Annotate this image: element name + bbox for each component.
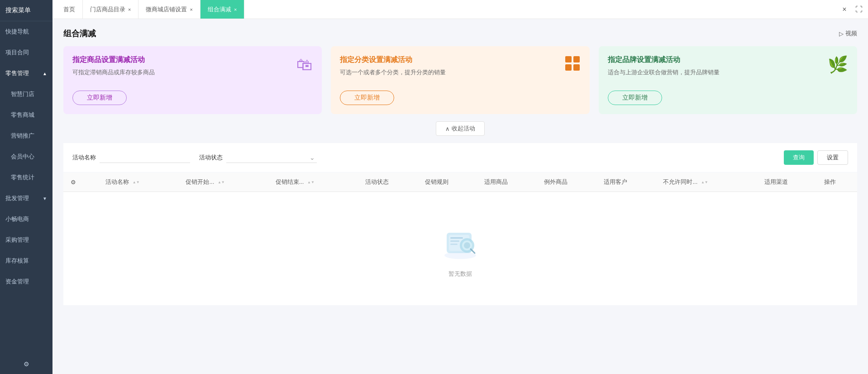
sidebar-search[interactable]: 搜索菜单 (0, 0, 52, 21)
sidebar-item-quick-nav[interactable]: 快捷导航 (0, 21, 52, 42)
product-card-icon: 🛍 (296, 55, 313, 74)
sidebar-item-retail-management[interactable]: 零售管理 ▲ (0, 63, 52, 84)
category-card-add-button[interactable]: 立即新增 (340, 91, 394, 105)
sidebar-item-smart-store[interactable]: 智慧门店 (0, 84, 52, 105)
svg-rect-2 (565, 64, 572, 71)
sidebar-item-retail-mall[interactable]: 零售商城 (0, 105, 52, 125)
category-card-icon (564, 55, 581, 75)
close-tab-combo-discount[interactable]: × (234, 7, 237, 12)
sidebar-item-purchase-management[interactable]: 采购管理 (0, 230, 52, 250)
brand-activity-card: 指定品牌设置满减活动 适合与上游企业联合做营销，提升品牌销量 🌿 立即新增 (599, 46, 857, 114)
svg-rect-3 (573, 64, 580, 71)
brand-card-add-button[interactable]: 立即新增 (608, 91, 662, 105)
close-tab-store-catalog[interactable]: × (128, 7, 131, 12)
sort-icon: ▲▼ (701, 181, 708, 184)
empty-illustration (438, 219, 483, 264)
table-header-applicable-customers: 适用客户 (600, 173, 660, 192)
chevron-up-icon: ∧ (445, 125, 450, 132)
svg-point-9 (464, 242, 470, 249)
product-activity-card: 指定商品设置满减活动 可指定滞销商品或库存较多商品 🛍 立即新增 (63, 46, 322, 114)
empty-text: 暂无数据 (448, 270, 472, 278)
sidebar-item-retail-stats[interactable]: 零售统计 (0, 167, 52, 188)
query-button[interactable]: 查询 (784, 150, 814, 165)
product-card-desc: 可指定滞销商品或库存较多商品 (72, 68, 313, 82)
table-wrapper: ⚙ 活动名称 ▲▼ 促销开始... ▲▼ 促销结束... (63, 173, 857, 305)
main-content: 首页 门店商品目录 × 微商城店铺设置 × 组合满减 × × ⛶ 组合满减 ▷ … (52, 0, 868, 374)
activity-name-input[interactable] (100, 152, 190, 163)
activity-name-label: 活动名称 (72, 153, 96, 162)
search-bar: 活动名称 活动状态 ⌄ 查询 设置 (63, 143, 857, 172)
tab-combo-discount[interactable]: 组合满减 × (200, 0, 244, 19)
sidebar-item-project-contract[interactable]: 项目合同 (0, 42, 52, 63)
table-header-activity-name[interactable]: 活动名称 ▲▼ (102, 173, 182, 192)
page-header: 组合满减 ▷ 视频 (63, 28, 857, 39)
play-icon: ▷ (839, 30, 844, 37)
table-header-no-concurrent[interactable]: 不允许同时... ▲▼ (659, 173, 760, 192)
svg-rect-13 (450, 244, 458, 245)
table-header-operations: 操作 (820, 173, 857, 192)
sidebar-item-inventory-check[interactable]: 库存核算 (0, 250, 52, 271)
maximize-window-button[interactable]: ⛶ (854, 4, 864, 15)
svg-rect-1 (573, 56, 580, 62)
chevron-down-icon: ▼ (43, 196, 47, 201)
brand-card-title: 指定品牌设置满减活动 (608, 55, 848, 65)
product-card-add-button[interactable]: 立即新增 (72, 91, 127, 105)
activity-status-label: 活动状态 (199, 153, 223, 162)
table-header-gear[interactable]: ⚙ (63, 173, 102, 192)
sidebar: 搜索菜单 快捷导航 项目合同 零售管理 ▲ 智慧门店 零售商城 营销推广 会员中… (0, 0, 52, 374)
activity-cards: 指定商品设置满减活动 可指定滞销商品或库存较多商品 🛍 立即新增 指定分类设置满… (63, 46, 857, 114)
svg-rect-11 (450, 237, 463, 239)
settings-icon-bottom[interactable]: ⚙ (0, 354, 52, 374)
table-header-applicable-goods: 适用商品 (481, 173, 540, 192)
table-header-applicable-channels: 适用渠道 (761, 173, 820, 192)
table-header-promo-end[interactable]: 促销结束... ▲▼ (272, 173, 362, 192)
activity-table: ⚙ 活动名称 ▲▼ 促销开始... ▲▼ 促销结束... (63, 173, 857, 192)
table-section: ⚙ 活动名称 ▲▼ 促销开始... ▲▼ 促销结束... (63, 173, 857, 305)
settings-button[interactable]: 设置 (817, 150, 848, 165)
category-card-title: 指定分类设置满减活动 (340, 55, 580, 65)
close-tab-mini-store-settings[interactable]: × (190, 7, 192, 12)
close-window-button[interactable]: × (839, 4, 850, 15)
video-link[interactable]: ▷ 视频 (839, 29, 857, 38)
tab-bar: 首页 门店商品目录 × 微商城店铺设置 × 组合满减 × × ⛶ (52, 0, 868, 19)
gear-icon: ⚙ (71, 179, 76, 186)
sidebar-item-member-center[interactable]: 会员中心 (0, 146, 52, 167)
sidebar-item-xiao-ecommerce[interactable]: 小畅电商 (0, 209, 52, 230)
tab-home[interactable]: 首页 (56, 0, 83, 19)
tab-window-actions: × ⛶ (839, 4, 864, 15)
activity-status-select-wrapper: ⌄ (226, 152, 317, 163)
chevron-up-icon: ▲ (43, 71, 47, 76)
table-header-excluded-goods: 例外商品 (540, 173, 600, 192)
collapse-activities-button[interactable]: ∧ 收起活动 (436, 121, 485, 136)
table-header-activity-status: 活动状态 (362, 173, 421, 192)
category-card-desc: 可选一个或者多个分类，提升分类的销量 (340, 68, 580, 82)
sidebar-item-marketing[interactable]: 营销推广 (0, 125, 52, 146)
activity-status-select[interactable] (226, 152, 317, 163)
search-actions: 查询 设置 (784, 150, 848, 165)
brand-card-icon: 🌿 (828, 55, 848, 74)
sort-icon: ▲▼ (218, 181, 225, 184)
sidebar-item-fund-management[interactable]: 资金管理 (0, 271, 52, 292)
sort-icon: ▲▼ (133, 181, 140, 184)
sidebar-item-wholesale-management[interactable]: 批发管理 ▼ (0, 188, 52, 209)
tab-mini-store-settings[interactable]: 微商城店铺设置 × (138, 0, 200, 19)
activity-status-field: 活动状态 ⌄ (199, 152, 317, 163)
brand-card-desc: 适合与上游企业联合做营销，提升品牌销量 (608, 68, 848, 82)
svg-rect-0 (565, 56, 572, 62)
page-content-area: 组合满减 ▷ 视频 指定商品设置满减活动 可指定滞销商品或库存较多商品 🛍 立即… (52, 19, 868, 374)
empty-state: 暂无数据 (63, 192, 857, 305)
sort-icon: ▲▼ (307, 181, 315, 184)
table-header-promo-rules: 促销规则 (421, 173, 481, 192)
activity-name-field: 活动名称 (72, 152, 190, 163)
product-card-title: 指定商品设置满减活动 (72, 55, 313, 65)
page-title: 组合满减 (63, 28, 96, 39)
category-activity-card: 指定分类设置满减活动 可选一个或者多个分类，提升分类的销量 立即新增 (331, 46, 589, 114)
table-header-promo-start[interactable]: 促销开始... ▲▼ (182, 173, 272, 192)
tab-store-catalog[interactable]: 门店商品目录 × (83, 0, 138, 19)
svg-rect-12 (450, 240, 459, 242)
collapse-bar: ∧ 收起活动 (63, 121, 857, 136)
